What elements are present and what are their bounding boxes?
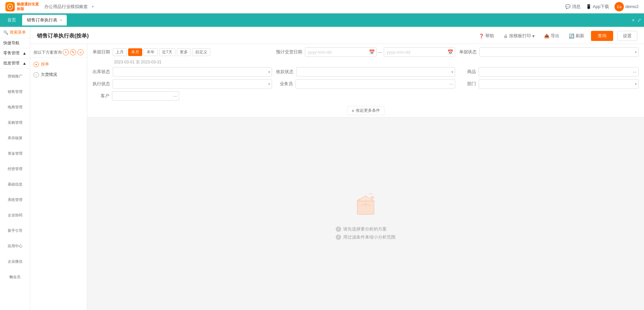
sidebar-item-retail[interactable]: 零售管理 ▲ [0,48,30,58]
date-field-group: 单据日期 上月 本月 本年 近7天 更多 自定义 [93,47,272,57]
sidebar-item-purchase[interactable]: 采购管理 [0,115,30,130]
order-status-label: 单据状态 [459,49,477,55]
empty-tip-2: 2 用过滤条件来缩小分析范围 [336,234,395,240]
collapse-icon: ∧ [352,108,355,113]
payment-status-select[interactable]: 未收款 部分收款 全部收款 [296,67,455,76]
calendar-icon-2[interactable]: 📅 [447,49,453,55]
customer-input[interactable] [112,91,179,101]
tab-close-icon[interactable]: × [60,18,62,22]
right-content: 单据日期 上月 本月 本年 近7天 更多 自定义 [87,44,644,310]
tab-home[interactable]: 首页 [3,15,21,25]
refresh-icon: 🔄 [569,34,574,39]
sidebar-item-basics[interactable]: 基础信息 [0,176,30,192]
expected-date-start[interactable] [305,47,377,57]
sidebar-item-finance[interactable]: 资金管理 [0,146,30,161]
date-more-btn[interactable]: 更多 [177,48,191,56]
chevron-up-icon: ▲ [22,51,26,56]
scheme-collapse-btn[interactable]: « [77,49,84,55]
goods-dots-icon[interactable]: ··· [633,69,637,74]
scheme-edit-btn[interactable]: ✎ [70,49,76,55]
order-status-group: 单据状态 待审核 审核通过 已完成 ▾ [459,47,639,57]
sales-person-label: 业务员 [276,81,293,87]
delivery-status-group: 出库状态 未出库 部分出库 全部出库 ▾ [93,67,272,76]
sidebar-item-inventory[interactable]: 库存核算 [0,130,30,146]
settings-btn[interactable]: 设置 [617,31,637,41]
date-this-year-btn[interactable]: 本年 [144,48,158,56]
sidebar-item-operations[interactable]: 经营管理 [0,161,30,176]
expected-date-end[interactable] [384,47,455,57]
refresh-btn[interactable]: 🔄 刷新 [566,32,587,40]
date-last-month-btn[interactable]: 上月 [113,48,127,56]
sidebar-item-member[interactable]: 畅会员 [0,269,30,285]
sales-person-dots-icon[interactable]: ··· [449,81,453,87]
query-btn[interactable]: 查询 [591,31,613,41]
user-avatar[interactable]: Ea demo2 [614,2,639,11]
sidebar-item-ecommerce[interactable]: 电商管理 [0,99,30,115]
date-range-display: 2023-03-01 至 2023-03-31 [93,59,639,67]
logo-text: 畅捷通好生意 标版 [17,2,39,11]
print-btn[interactable]: 🖨 按模板打印 ▾ [501,32,537,40]
scheme-inactive-icon: ○ [34,72,39,78]
goods-input[interactable] [479,67,639,76]
exec-status-select[interactable]: 执行中 已完成 [113,79,272,89]
collapse-btn[interactable]: ∧ 收起更多条件 [347,106,384,115]
delivery-status-select[interactable]: 未出库 部分出库 全部出库 [113,67,272,76]
help-btn[interactable]: ❓ 帮助 [476,32,497,40]
search-icon: 🔍 [3,30,8,35]
message-icon: 💬 [565,4,571,9]
calendar-icon-1[interactable]: 📅 [369,49,375,55]
date-custom-btn[interactable]: 自定义 [192,48,210,56]
date-quick-group: 上月 本月 本年 近7天 更多 自定义 [113,48,272,56]
date-this-month-btn[interactable]: 本月 [128,48,142,56]
sidebar-quick-nav[interactable]: 快捷导航 [0,38,30,48]
body-area: 按以下方案查询 + ✎ « ● 按单 ○ 欠货情况 [30,44,644,310]
sidebar-item-apps[interactable]: 应用中心 [0,238,30,254]
sidebar-item-wholesale[interactable]: 批发管理 ▲ [0,58,30,68]
main-layout: 🔍 搜索菜单 快捷导航 零售管理 ▲ 批发管理 ▲ 营销推广 销售管理 电商管理… [0,27,644,310]
order-status-select[interactable]: 待审核 审核通过 已完成 [479,47,639,57]
goods-input-wrapper: ··· [479,67,639,76]
date-last7-btn[interactable]: 近7天 [159,48,175,56]
empty-svg [349,188,382,221]
scheme-item-shortage[interactable]: ○ 欠货情况 [30,69,87,80]
sidebar-item-system[interactable]: 系统管理 [0,192,30,207]
system-dropdown-icon[interactable]: ▾ [92,5,94,8]
export-btn[interactable]: 📤 导出 [541,32,562,40]
exec-status-wrapper: 执行中 已完成 ▾ [113,79,272,89]
download-icon: 📱 [586,4,591,9]
tab-sales-order[interactable]: 销售订单执行表 × [22,15,67,25]
sidebar-item-guide[interactable]: 新手引导 [0,223,30,238]
svg-point-5 [358,198,360,200]
filter-section: 单据日期 上月 本月 本年 近7天 更多 自定义 [87,44,644,117]
department-group: 部门 ▾ [459,79,639,89]
filter-rows: 单据日期 上月 本月 本年 近7天 更多 自定义 [87,44,644,117]
department-select[interactable] [479,79,639,89]
left-scheme-panel: 按以下方案查询 + ✎ « ● 按单 ○ 欠货情况 [30,44,87,310]
sidebar-item-sales[interactable]: 销售管理 [0,84,30,99]
sales-person-input[interactable] [296,79,455,89]
print-dropdown-icon: ▾ [532,34,535,39]
customer-group: 客户 ··· [93,91,179,101]
sidebar-item-wechat[interactable]: 企业微信 [0,254,30,269]
sidebar-item-enterprise[interactable]: 企业协同 [0,207,30,223]
expected-date-group: 预计交货日期 📅 — 📅 [276,47,455,57]
scheme-item-by-order[interactable]: ● 按单 [30,59,87,69]
logo-area[interactable]: 畅捷通好生意 标版 [5,2,39,11]
scheme-active-icon: ● [34,62,39,67]
system-title: 办公用品行业模拟账套 [44,4,88,10]
date-separator: — [378,50,382,55]
tab-minimize-btn[interactable]: × [632,17,635,23]
app-download-btn[interactable]: 📱 App下载 [586,4,609,10]
sidebar-item-marketing[interactable]: 营销推广 [0,68,30,84]
expected-date-end-wrapper: 📅 [384,47,455,57]
goods-label: 商品 [459,69,476,75]
logo-icon [5,2,15,11]
sidebar-search[interactable]: 🔍 搜索菜单 [0,27,30,38]
avatar: Ea [614,2,624,11]
filter-row-3: 执行状态 执行中 已完成 ▾ [93,79,639,89]
tab-expand-btn[interactable]: ⤢ [637,17,641,23]
message-btn[interactable]: 💬 消息 [565,4,581,10]
scheme-add-btn[interactable]: + [63,49,69,55]
expected-date-label: 预计交货日期 [276,49,302,55]
customer-dots-icon[interactable]: ··· [173,93,177,99]
